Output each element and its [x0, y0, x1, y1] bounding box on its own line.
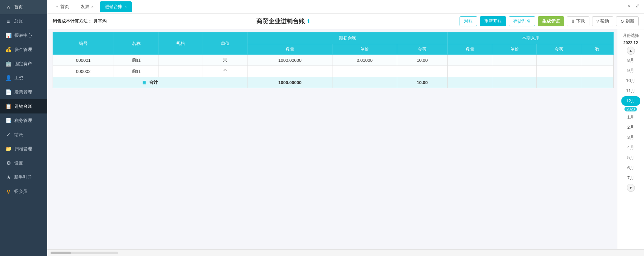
- month-item-10[interactable]: 10月: [621, 76, 640, 85]
- scroll-track[interactable]: [51, 252, 118, 254]
- total-label: ▣ 合计: [53, 77, 247, 88]
- reconcile-button[interactable]: 对账: [460, 16, 477, 26]
- month-item-2[interactable]: 2月: [621, 123, 640, 132]
- col-header-qty-in: 数量: [448, 44, 492, 55]
- month-down-button[interactable]: ▼: [627, 184, 635, 192]
- col-header-price-in: 单价: [492, 44, 537, 55]
- month-item-7[interactable]: 7月: [621, 173, 640, 183]
- sidebar-item-label: 首页: [14, 4, 23, 10]
- col-header-amount-init: 金额: [397, 44, 448, 55]
- tab-stock[interactable]: 进销台账 ×: [100, 1, 131, 12]
- month-item-8[interactable]: 8月: [621, 56, 640, 65]
- close-window-button[interactable]: ×: [625, 2, 633, 9]
- month-item-5[interactable]: 5月: [621, 153, 640, 162]
- sidebar-item-finance[interactable]: 💰 资金管理: [0, 43, 47, 57]
- sidebar-item-guide[interactable]: ★ 新手引导: [0, 170, 47, 184]
- settings-icon: ⚙: [5, 160, 11, 166]
- tab-invoice-close[interactable]: ×: [91, 5, 93, 9]
- sidebar-item-vip[interactable]: V 畅会员: [0, 184, 47, 199]
- sidebar-item-archive[interactable]: 📁 归档管理: [0, 142, 47, 156]
- cell-qty-in: [448, 66, 492, 77]
- total-extra: [581, 77, 614, 88]
- cell-price-in: [492, 66, 537, 77]
- sidebar-item-close-books[interactable]: ✓ 结账: [0, 128, 47, 142]
- sidebar-item-settings[interactable]: ⚙ 设置: [0, 156, 47, 170]
- total-amount-init: 10.00: [397, 77, 448, 88]
- sidebar-item-tax[interactable]: 📑 税务管理: [0, 113, 47, 128]
- tax-icon: 📑: [5, 118, 12, 124]
- month-panel: 月份选择 2022.12 ▲ 8月 9月 10月 11月 12月 2023 1月…: [617, 29, 644, 249]
- reports-icon: 📊: [5, 32, 12, 39]
- tab-invoice[interactable]: 发票 ×: [76, 1, 98, 12]
- month-item-1[interactable]: 1月: [621, 112, 640, 122]
- stock-icon: 📋: [5, 103, 12, 109]
- main-area: × ⤢ ⌂ 首页 发票 × 进销台账 × 销售成本计算方法： 月平均 商贸企业进…: [47, 0, 644, 256]
- month-up-button[interactable]: ▲: [627, 47, 635, 55]
- scroll-thumb[interactable]: [51, 252, 71, 254]
- cost-method: 销售成本计算方法： 月平均: [53, 18, 107, 24]
- month-item-11[interactable]: 11月: [621, 86, 640, 96]
- col-header-period-initial: 期初余额: [247, 32, 448, 44]
- window-controls: × ⤢: [622, 0, 644, 11]
- vip-icon: V: [5, 189, 11, 195]
- cell-price-init: 0.01000: [332, 55, 397, 66]
- table-row[interactable]: 000002 前缸 个: [53, 66, 614, 77]
- ledger-icon: ≡: [5, 19, 11, 24]
- cell-unit: 个: [203, 66, 247, 77]
- help-icon: ?: [596, 19, 599, 24]
- download-button[interactable]: ⬇ 下载: [567, 16, 589, 26]
- reopen-button[interactable]: 重新开账: [480, 16, 506, 26]
- month-item-12[interactable]: 12月: [621, 96, 640, 106]
- cell-unit: 只: [203, 55, 247, 66]
- sidebar-item-ledger[interactable]: ≡ 总账: [0, 14, 47, 28]
- sidebar-item-label: 发票管理: [14, 89, 32, 95]
- invoice-icon: 📄: [5, 89, 12, 95]
- save-alias-button[interactable]: 存货别名: [509, 16, 535, 26]
- cell-amount-in: [537, 55, 581, 66]
- info-icon[interactable]: ℹ: [308, 18, 310, 25]
- sidebar-item-label: 进销台账: [14, 103, 32, 109]
- col-header-unit: 单位: [203, 32, 247, 55]
- col-header-name: 名称: [114, 32, 158, 55]
- download-icon: ⬇: [571, 19, 575, 24]
- sidebar-item-invoice-mgmt[interactable]: 📄 发票管理: [0, 85, 47, 99]
- tab-invoice-label: 发票: [81, 4, 89, 10]
- month-item-6[interactable]: 6月: [621, 163, 640, 173]
- sidebar-item-label: 工资: [14, 75, 23, 81]
- cell-id: 000002: [53, 66, 114, 77]
- cell-id: 000001: [53, 55, 114, 66]
- col-header-price-init: 单价: [332, 44, 397, 55]
- sidebar-item-stock[interactable]: 📋 进销台账: [0, 99, 47, 113]
- bottom-bar: [47, 249, 644, 256]
- tab-home[interactable]: ⌂ 首页: [51, 1, 74, 12]
- generate-voucher-button[interactable]: 生成凭证: [538, 16, 564, 26]
- col-header-id: 编号: [53, 32, 114, 55]
- sidebar-item-salary[interactable]: 👤 工资: [0, 71, 47, 85]
- sidebar-item-label: 结账: [14, 132, 23, 138]
- cell-spec: [158, 55, 203, 66]
- help-button[interactable]: ? 帮助: [592, 16, 613, 26]
- sidebar-item-assets[interactable]: 🏢 固定资产: [0, 57, 47, 71]
- sidebar-item-home[interactable]: ⌂ 首页: [0, 0, 47, 14]
- sidebar-item-label: 新手引导: [14, 174, 32, 180]
- table-row[interactable]: 000001 前缸 只 1000.00000 0.01000 10.00: [53, 55, 614, 66]
- tab-stock-close[interactable]: ×: [124, 5, 126, 9]
- col-header-period-in: 本期入库: [448, 32, 614, 44]
- refresh-button[interactable]: ↻ 刷新: [616, 16, 639, 26]
- sidebar-item-reports[interactable]: 📊 报表中心: [0, 28, 47, 43]
- tab-bar: ⌂ 首页 发票 × 进销台账 ×: [47, 0, 644, 14]
- cell-qty-init: 1000.00000: [247, 55, 332, 66]
- guide-icon: ★: [5, 174, 11, 180]
- month-item-9[interactable]: 9月: [621, 66, 640, 75]
- assets-icon: 🏢: [5, 61, 12, 67]
- maximize-window-button[interactable]: ⤢: [634, 2, 641, 9]
- salary-icon: 👤: [5, 75, 12, 81]
- month-item-3[interactable]: 3月: [621, 133, 640, 142]
- content-area: 销售成本计算方法： 月平均 商贸企业进销台账 ℹ 对账 重新开账 存货别名 生成…: [47, 14, 644, 256]
- sidebar-item-label: 资金管理: [14, 47, 32, 53]
- month-item-4[interactable]: 4月: [621, 143, 640, 152]
- month-panel-year-2022: 2022.12: [623, 40, 638, 46]
- sidebar-item-label: 报表中心: [14, 32, 32, 39]
- finance-icon: 💰: [5, 47, 12, 53]
- sidebar-item-label: 固定资产: [14, 61, 32, 67]
